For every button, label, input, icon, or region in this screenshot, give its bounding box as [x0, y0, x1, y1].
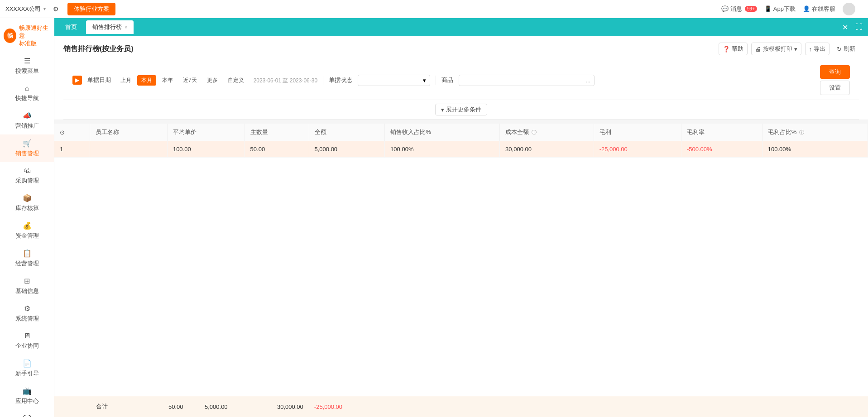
data-table: ⊙ 员工名称 平均单价 主数量 全额 [54, 124, 868, 158]
company-chevron-icon: ▾ [43, 6, 46, 11]
marketing-icon: 📣 [23, 111, 32, 120]
app-download-button[interactable]: 📱 App下载 [764, 5, 796, 13]
col-gross[interactable]: 毛利 [594, 124, 681, 141]
help-button[interactable]: ❓ 帮助 [719, 43, 748, 55]
footer-avg-price [127, 404, 163, 409]
company-selector[interactable]: XXXXXX公司 ▾ [5, 5, 46, 13]
col-sales-pct[interactable]: 销售收入占比% [385, 124, 500, 141]
print-button[interactable]: 🖨 按模板打印 ▾ [751, 43, 801, 55]
trial-button[interactable]: 体验行业方案 [67, 3, 115, 15]
basic-info-icon: ⊞ [24, 277, 30, 285]
sidebar-label-marketing: 营销推广 [15, 122, 39, 130]
col-qty[interactable]: 主数量 [245, 124, 309, 141]
purchase-icon: 🛍 [24, 167, 31, 175]
export-button[interactable]: ↑ 导出 [805, 43, 830, 55]
sidebar-item-guide[interactable]: 📄 新手引导 [0, 355, 54, 382]
goods-input[interactable]: ... [459, 75, 595, 86]
col-avg-price[interactable]: 平均单价 [167, 124, 245, 141]
goods-filter-label: 商品 [441, 76, 453, 84]
tab-expand-icon[interactable]: ⛶ [854, 21, 864, 33]
inventory-icon: 📦 [23, 194, 32, 202]
date-btn-this-month[interactable]: 本月 [137, 75, 156, 86]
expand-chevron-icon: ▾ [441, 106, 444, 113]
tab-bar-actions: ✕ ⛶ [840, 21, 864, 34]
refresh-icon: ↻ [837, 46, 842, 53]
sidebar-item-marketing[interactable]: 📣 营销推广 [0, 107, 54, 134]
cell-rank: 1 [54, 141, 90, 158]
date-btn-more[interactable]: 更多 [203, 75, 222, 86]
tab-sales-ranking[interactable]: 销售排行榜 × [86, 20, 134, 34]
sidebar-item-search[interactable]: ☰ 搜索菜单 [0, 52, 54, 80]
cost-info-icon[interactable]: ⓘ [532, 129, 537, 135]
system-icon: ⚙ [24, 304, 30, 313]
tab-home[interactable]: 首页 [58, 18, 84, 36]
refresh-label: 刷新 [844, 45, 855, 53]
col-cost[interactable]: 成本全额 ⓘ [500, 124, 594, 141]
service-icon: 👤 [803, 5, 810, 12]
cell-cost: 30,000.00 [500, 141, 594, 158]
sidebar: 畅 畅康通好生意 标准版 ☰ 搜索菜单 ⌂ 快捷导航 📣 营销推广 🛒 销售管理… [0, 18, 54, 417]
table-wrap: ⊙ 员工名称 平均单价 主数量 全额 [54, 124, 868, 396]
tab-close-all-icon[interactable]: ✕ [840, 21, 850, 34]
sidebar-label-guide: 新手引导 [15, 369, 39, 378]
sidebar-item-sales[interactable]: 🛒 销售管理 [0, 134, 54, 162]
sidebar-label-management: 经营管理 [15, 259, 39, 268]
sidebar-item-wechat[interactable]: 💬 企业微信 [0, 410, 54, 417]
sidebar-item-nav[interactable]: ⌂ 快捷导航 [0, 80, 54, 107]
export-icon: ↑ [809, 46, 812, 53]
expand-more-button[interactable]: ▾ 展开更多条件 [435, 104, 487, 115]
tab-bar: 首页 销售排行榜 × ✕ ⛶ [54, 18, 868, 36]
date-btn-this-year[interactable]: 本年 [158, 75, 177, 86]
footer-label: 合计 [91, 400, 127, 413]
sidebar-item-purchase[interactable]: 🛍 采购管理 [0, 162, 54, 189]
footer-empty-rank [54, 404, 91, 409]
cell-sales-pct: 100.00% [385, 141, 500, 158]
col-amount[interactable]: 全额 [309, 124, 385, 141]
sales-icon: 🛒 [23, 139, 32, 148]
message-icon: 💬 [721, 5, 729, 12]
finance-icon: 💰 [23, 221, 32, 230]
message-button[interactable]: 💬 消息 99+ [721, 5, 757, 13]
wechat-icon: 💬 [23, 414, 32, 417]
sidebar-label-collab: 企业协同 [15, 342, 39, 350]
sidebar-item-inventory[interactable]: 📦 库存核算 [0, 189, 54, 217]
expand-more-label: 展开更多条件 [446, 105, 481, 114]
footer-cost: 30,000.00 [272, 401, 309, 413]
gross-pct-info-icon[interactable]: ⓘ [799, 129, 804, 135]
sidebar-item-appstore[interactable]: 📺 应用中心 [0, 382, 54, 410]
sidebar-item-management[interactable]: 📋 经营管理 [0, 244, 54, 272]
date-filter-label: 单据日期 [87, 76, 111, 84]
sidebar-item-finance[interactable]: 💰 资金管理 [0, 217, 54, 244]
refresh-button[interactable]: ↻ 刷新 [833, 43, 859, 55]
export-label: 导出 [814, 45, 825, 53]
sidebar-item-collab[interactable]: 🖥 企业协同 [0, 327, 54, 355]
online-service-button[interactable]: 👤 在线客服 [803, 5, 835, 13]
sidebar-label-sales: 销售管理 [15, 149, 39, 158]
col-gross-rate[interactable]: 毛利率 [681, 124, 762, 141]
date-btn-7days[interactable]: 近7天 [179, 75, 201, 86]
sidebar-item-system[interactable]: ⚙ 系统管理 [0, 300, 54, 327]
footer-sales-pct [235, 404, 272, 409]
cell-qty: 50.00 [245, 141, 309, 158]
goods-more-icon[interactable]: ... [585, 77, 590, 84]
settings-icon[interactable]: ⚙ [49, 3, 62, 15]
query-button[interactable]: 查询 [820, 65, 850, 79]
avatar[interactable] [843, 3, 855, 15]
cell-amount: 5,000.00 [309, 141, 385, 158]
main-layout: 畅 畅康通好生意 标准版 ☰ 搜索菜单 ⌂ 快捷导航 📣 营销推广 🛒 销售管理… [0, 18, 868, 417]
filter-expand-icon[interactable]: ▶ [72, 76, 82, 85]
date-btn-custom[interactable]: 自定义 [224, 75, 248, 86]
status-select[interactable]: ▾ [358, 75, 430, 86]
date-btn-prev-month[interactable]: 上月 [116, 75, 135, 86]
sidebar-label-inventory: 库存核算 [15, 204, 39, 212]
col-gross-pct[interactable]: 毛利占比% ⓘ [762, 124, 868, 141]
top-header: XXXXXX公司 ▾ ⚙ 体验行业方案 💬 消息 99+ 📱 App下载 👤 在… [0, 0, 868, 18]
tab-close-icon[interactable]: × [125, 24, 127, 30]
search-menu-icon: ☰ [24, 57, 30, 65]
page-content: 销售排行榜(按业务员) ❓ 帮助 🖨 按模板打印 ▾ ↑ [54, 36, 868, 417]
filter-divider [323, 76, 323, 85]
content-area: 首页 销售排行榜 × ✕ ⛶ 销售排行榜(按业务员) ❓ 帮助 [54, 18, 868, 417]
sidebar-item-basic-info[interactable]: ⊞ 基础信息 [0, 272, 54, 300]
table-settings-button[interactable]: 设置 [820, 81, 850, 95]
logo-text: 畅康通好生意 标准版 [19, 24, 50, 48]
